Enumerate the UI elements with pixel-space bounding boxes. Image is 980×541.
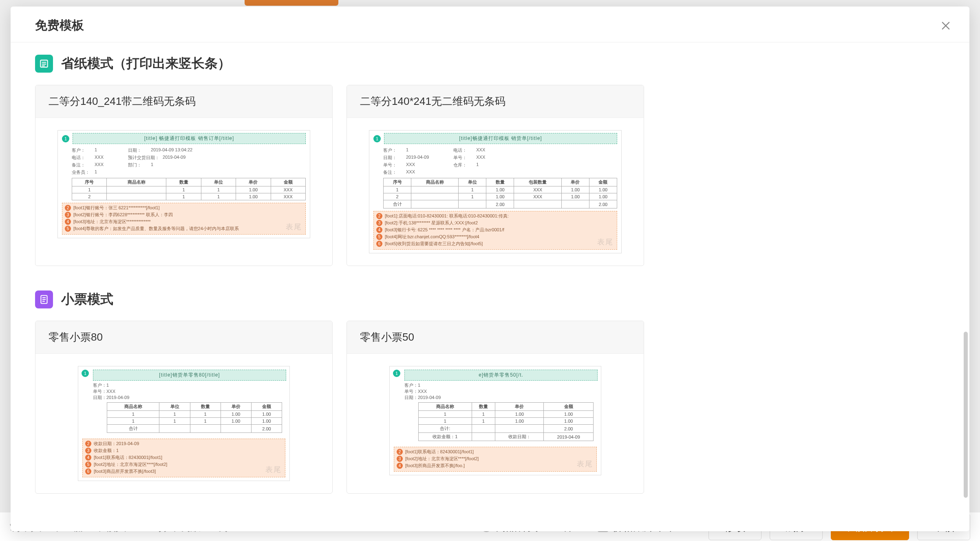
preview-foot-line: [foot2]:手机:138******** 星源联系人:XXX:[/foot2 <box>385 220 478 226</box>
table-cell <box>411 200 459 208</box>
template-section: 省纸模式（打印出来竖长条）二等分140_241带二维码无条码1[title] 畅… <box>35 55 945 266</box>
table-cell: 1 <box>459 186 486 193</box>
badge-icon: 4 <box>397 463 403 469</box>
receipt-icon <box>35 290 53 308</box>
badge-icon: 4 <box>65 219 71 225</box>
badge-icon: 3 <box>397 456 403 462</box>
preview-foot-line: [foot4]尊敬的客户：如发生产品质量、数量及服务等问题，请您24小时内与本店… <box>73 226 239 232</box>
table-cell: XXX <box>514 186 561 193</box>
table-header-cell: 金额 <box>251 403 282 411</box>
table-header-cell: 单价 <box>495 403 544 411</box>
table-cell: 1 <box>166 186 201 193</box>
badge-icon: 3 <box>376 220 382 226</box>
preview-foot-line: [foot1]联系电话：82430001[/foot1] <box>405 449 474 455</box>
table-cell <box>107 186 166 193</box>
badge-icon: 2 <box>65 205 71 211</box>
table-cell: 合计 <box>107 425 159 433</box>
table-cell: 1.00 <box>589 186 617 193</box>
modal-body: 省纸模式（打印出来竖长条）二等分140_241带二维码无条码1[title] 畅… <box>11 42 969 531</box>
preview-foot-line: [foot2]地址：北京市海淀区****[/foot2] <box>94 461 167 468</box>
template-card[interactable]: 零售小票801[title]销货单零售80[/title]客户：1单号：XXX日… <box>35 321 333 494</box>
table-header-cell: 序号 <box>72 178 107 186</box>
badge-icon: 1 <box>82 370 89 377</box>
table-cell <box>495 425 544 433</box>
table-header-cell: 数量 <box>166 178 201 186</box>
template-preview: 1e]销货单零售50[/t.客户：1单号：XXX日期：2019-04-09商品名… <box>389 366 601 475</box>
table-cell: 合计 <box>384 200 411 208</box>
table-row: 111.001.00 <box>419 418 594 425</box>
badge-icon: 5 <box>65 226 71 232</box>
table-row: 111.00XXX1.001.00 <box>384 186 617 193</box>
table-cell: 1 <box>472 411 495 418</box>
template-card-title: 零售小票50 <box>347 321 644 354</box>
preview-meta: 客户：1日期：2019-04-09单号：XXX备注： XXX电话：XXX单号：X… <box>369 146 621 178</box>
table-header-cell: 单价 <box>561 178 589 186</box>
badge-icon: 1 <box>373 135 381 142</box>
table-cell: 1 <box>190 418 221 425</box>
badge-icon: 1 <box>62 135 69 142</box>
watermark: 表尾 <box>286 222 302 232</box>
table-header-cell: 金额 <box>271 178 305 186</box>
table-cell: 收款日期： <box>495 433 544 441</box>
table-cell: 1.00 <box>495 418 544 425</box>
modal-header: 免费模板 <box>11 7 969 42</box>
table-cell <box>221 425 251 433</box>
table-header-cell: 商品名称 <box>411 178 459 186</box>
preview-title: [title]销货单零售80[/title] <box>93 370 286 381</box>
preview-foot-line: [foot1]银行账号：张三 6221**********[/foot1] <box>73 205 160 211</box>
badge-icon: 1 <box>393 370 400 377</box>
preview-title: [title] 畅捷通打印模板 销售订单[/title] <box>73 133 306 144</box>
table-row: 合计2.002.00 <box>384 200 617 208</box>
preview-foot-line: [foot2]地址：北京市海淀区****[/foot2] <box>405 456 479 462</box>
preview-footer: 2[foot1]:店面电话:010-82430001: 联系电话:010-824… <box>373 211 617 250</box>
table-cell: 2 <box>72 193 107 200</box>
watermark: 表尾 <box>597 237 614 247</box>
table-cell: XXX <box>271 186 305 193</box>
table-cell: 2019-04-09 <box>544 433 594 441</box>
table-header-cell: 单位 <box>201 178 236 186</box>
preview-foot-line: [foot1]联系电话：82430001[/foot1] <box>94 455 162 461</box>
preview-foot-line: [foot4]网址:bzr.chanjet.comQQ:593*******[/… <box>385 234 479 240</box>
table-header-cell: 数量 <box>472 403 495 411</box>
table-cell: 1 <box>201 193 236 200</box>
preview-table: 商品名称单位数量单价金额1111.001.001111.001.00合计2.00 <box>107 402 282 433</box>
table-row: 1111.001.00 <box>107 411 282 418</box>
table-header-cell: 包装数量 <box>514 178 561 186</box>
close-button[interactable] <box>938 18 953 33</box>
template-card-body: 1[title] 畅捷通打印模板 销售订单[/title]客户：1电话：XXX备… <box>35 118 332 251</box>
template-card[interactable]: 二等分140_241带二维码无条码1[title] 畅捷通打印模板 销售订单[/… <box>35 85 333 266</box>
table-cell: 2.00 <box>486 200 514 208</box>
table-cell: 1.00 <box>251 411 282 418</box>
preview-table: 序号商品名称数量单位单价金额1111.00XXX2111.00XXX <box>72 178 306 200</box>
table-cell: 1.00 <box>221 418 251 425</box>
scrollbar-thumb[interactable] <box>964 332 968 498</box>
scrollbar-track[interactable] <box>963 47 968 521</box>
table-header-cell: 序号 <box>384 178 411 186</box>
table-cell: 1.00 <box>589 193 617 200</box>
badge-icon: 3 <box>85 448 91 454</box>
template-card-title: 零售小票80 <box>35 321 332 354</box>
table-cell <box>514 200 561 208</box>
preview-table: 序号商品名称单位数量包装数量单价金额111.00XXX1.001.00211.0… <box>383 178 617 208</box>
template-card[interactable]: 零售小票501e]销货单零售50[/t.客户：1单号：XXX日期：2019-04… <box>347 321 644 494</box>
section-header: 小票模式 <box>35 290 945 308</box>
table-cell: 1 <box>107 418 159 425</box>
table-cell <box>561 200 589 208</box>
preview-foot-line: 收款金额：1 <box>94 448 119 454</box>
preview-meta: 客户：1单号：XXX日期：2019-04-09 <box>404 381 598 402</box>
preview-foot-line: [foot2]银行账号：李四6228********** 联系人：李四 <box>73 212 173 218</box>
table-cell: 合计: <box>419 425 472 433</box>
preview-foot-line: 收款日期：2019-04-09 <box>94 441 139 447</box>
table-cell: 2.00 <box>544 425 594 433</box>
table-cell: 1 <box>419 418 472 425</box>
table-cell: 1.00 <box>486 193 514 200</box>
table-header-cell: 单位 <box>159 403 190 411</box>
table-cell: 收款金额：1 <box>419 433 472 441</box>
table-cell <box>472 433 495 441</box>
table-cell: 2 <box>384 193 411 200</box>
template-card[interactable]: 二等分140*241无二维码无条码1[title]畅捷通打印模板 销货单[/ti… <box>347 85 644 266</box>
table-cell <box>472 425 495 433</box>
preview-foot-line: [foot3]地址：北京市海淀区************** <box>73 219 151 225</box>
table-cell: 1 <box>166 193 201 200</box>
table-header-cell: 金额 <box>544 403 594 411</box>
